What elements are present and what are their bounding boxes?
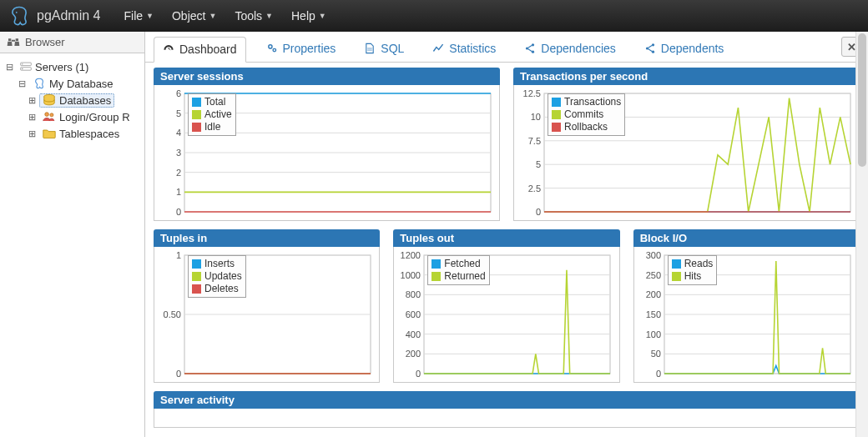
tree-node-servers[interactable]: ⊟ Servers (1) [5, 58, 143, 75]
legend-label: Updates [204, 270, 242, 283]
tree-expand-icon[interactable]: ⊞ [28, 128, 37, 139]
svg-text:0: 0 [176, 207, 181, 217]
topbar: pgAdmin 4 File▼ Object▼ Tools▼ Help▼ [0, 0, 868, 32]
panel-title: Server activity [154, 391, 860, 409]
svg-text:600: 600 [406, 309, 421, 319]
legend-swatch [431, 272, 441, 281]
vertical-scrollbar[interactable] [855, 32, 868, 437]
legend-swatch [672, 259, 681, 269]
menu-object[interactable]: Object▼ [172, 9, 216, 23]
svg-text:1200: 1200 [401, 250, 421, 260]
panel-server-sessions: Server sessions 0123456TotalActiveIdle [154, 68, 500, 221]
svg-text:50: 50 [650, 349, 660, 359]
elephant-icon [33, 78, 46, 89]
legend-swatch [672, 272, 681, 281]
legend-item: Rollbacks [552, 121, 621, 133]
tree-expand-icon[interactable]: ⊞ [28, 112, 37, 123]
file-icon [364, 43, 376, 54]
svg-text:400: 400 [406, 329, 421, 339]
elephant-icon [8, 5, 30, 27]
folder-icon [43, 128, 56, 139]
legend-item: Deletes [192, 283, 242, 295]
legend-item: Commits [552, 108, 621, 121]
legend-swatch [192, 123, 201, 132]
chart-legend: InsertsUpdatesDeletes [188, 255, 246, 298]
gauge-icon [163, 43, 174, 55]
chart-tps: 02.557.51012.5TransactionsCommitsRollbac… [519, 90, 854, 215]
tree-node-databases[interactable]: ⊞ Databases [5, 92, 143, 108]
dashboard-scroll[interactable]: Server sessions 0123456TotalActiveIdle T… [145, 63, 868, 437]
tree-collapse-icon[interactable]: ⊟ [5, 62, 14, 73]
menu-tools[interactable]: Tools▼ [235, 9, 273, 23]
chart-legend: TotalActiveIdle [188, 93, 236, 136]
caret-down-icon: ▼ [265, 12, 273, 20]
svg-point-7 [50, 113, 53, 117]
legend-label: Hits [684, 270, 702, 283]
svg-text:12.5: 12.5 [523, 88, 541, 98]
legend-item: Transactions [552, 96, 621, 108]
legend-label: Active [204, 108, 232, 121]
caret-down-icon: ▼ [319, 12, 326, 20]
legend-item: Updates [192, 270, 242, 283]
panel-title: Server sessions [154, 68, 500, 85]
legend-label: Fetched [444, 258, 480, 270]
svg-text:0: 0 [536, 207, 541, 217]
tab-dependents[interactable]: Dependents [636, 37, 733, 61]
legend-label: Inserts [204, 258, 235, 270]
tab-properties[interactable]: Properties [258, 37, 345, 61]
svg-text:7.5: 7.5 [528, 136, 541, 146]
legend-swatch [192, 110, 201, 119]
legend-item: Active [192, 108, 232, 121]
legend-label: Transactions [564, 96, 621, 108]
svg-text:2.5: 2.5 [528, 183, 541, 193]
svg-text:800: 800 [406, 289, 421, 299]
legend-label: Commits [564, 108, 603, 121]
menu-file[interactable]: File▼ [124, 9, 154, 23]
panel-server-activity: Server activity [154, 391, 860, 428]
app-logo: pgAdmin 4 [8, 5, 101, 27]
svg-text:5: 5 [536, 159, 541, 169]
svg-point-9 [273, 48, 276, 52]
panel-tuples-out: Tuples out 020040060080010001200FetchedR… [393, 229, 619, 383]
sidebar-header: Browser [0, 32, 144, 53]
users-icon [43, 111, 56, 123]
share-icon [644, 43, 656, 54]
panel-title: Block I/O [633, 229, 860, 247]
svg-text:5: 5 [176, 108, 181, 118]
tab-statistics[interactable]: Statistics [424, 37, 504, 61]
svg-point-4 [22, 68, 23, 69]
tab-dependencies[interactable]: Dependencies [516, 37, 624, 61]
legend-swatch [552, 98, 561, 107]
panel-title: Tuples out [393, 229, 619, 247]
sidebar-title: Browser [25, 36, 65, 48]
legend-item: Idle [192, 121, 232, 133]
main-panel: Dashboard Properties SQL Statistics Depe… [145, 32, 868, 437]
legend-label: Deletes [204, 283, 239, 295]
tree-node-tablespaces[interactable]: ⊞ Tablespaces [5, 125, 143, 142]
tab-sql[interactable]: SQL [356, 37, 412, 61]
object-tree: ⊟ Servers (1) ⊟ My Database ⊞ [0, 53, 144, 147]
svg-text:10: 10 [531, 112, 541, 122]
menu-help[interactable]: Help▼ [291, 9, 326, 23]
tree-collapse-icon[interactable]: ⊟ [18, 78, 27, 89]
legend-item: Total [192, 96, 232, 108]
tree-expand-icon[interactable]: ⊞ [28, 95, 37, 106]
svg-text:0.50: 0.50 [164, 309, 181, 319]
svg-text:2: 2 [176, 168, 181, 178]
sidebar: Browser ⊟ Servers (1) ⊟ My Database [0, 32, 145, 437]
linechart-icon [432, 43, 444, 54]
svg-text:250: 250 [645, 270, 660, 280]
tab-dashboard[interactable]: Dashboard [154, 37, 246, 63]
tree-node-mydatabase[interactable]: ⊟ My Database [5, 75, 143, 92]
legend-item: Inserts [192, 258, 242, 270]
legend-item: Reads [672, 258, 714, 270]
chart-tuples-in: 00.501InsertsUpdatesDeletes [159, 252, 374, 377]
server-icon [20, 62, 32, 72]
legend-label: Reads [684, 258, 714, 270]
tree-node-login-group-roles[interactable]: ⊞ Login/Group R [5, 108, 143, 125]
legend-label: Rollbacks [564, 121, 608, 133]
svg-text:1000: 1000 [401, 270, 421, 280]
caret-down-icon: ▼ [146, 12, 154, 20]
svg-text:4: 4 [176, 128, 181, 138]
panel-block-io: Block I/O 050100150200250300ReadsHits [633, 229, 860, 383]
